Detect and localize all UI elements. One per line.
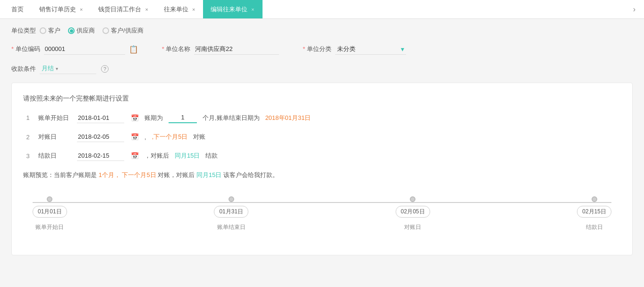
- tab-home-label: 首页: [11, 5, 24, 14]
- radio-supplier[interactable]: 供应商: [68, 26, 95, 35]
- timeline-point-2: 01月31日 账单结束日: [214, 196, 248, 231]
- period-row3-prefix: ，对账后: [144, 152, 169, 160]
- radio-customer-circle: [40, 27, 46, 34]
- unit-type-radio-group: 客户 供应商 客户/供应商: [40, 26, 144, 35]
- period-row2-prefix: ,: [144, 134, 146, 141]
- unit-type-item: 单位类型 客户 供应商 客户/供应商: [11, 26, 144, 35]
- timeline-label-2: 账单结束日: [217, 223, 246, 231]
- category-select[interactable]: 未分类 ▾: [335, 44, 406, 55]
- card-title: 请按照未来的一个完整帐期进行设置: [23, 94, 621, 103]
- period-suffix-1: 账期为: [144, 114, 163, 122]
- main-content: 单位类型 客户 供应商 客户/供应商 单位编码 📋: [0, 19, 644, 263]
- period-num-3: 3: [23, 152, 33, 160]
- code-name-row: 单位编码 📋 单位名称 单位分类 未分类 ▾: [11, 43, 633, 55]
- tab-partner-label: 往来单位: [164, 5, 188, 14]
- period-num-2: 2: [23, 134, 33, 141]
- period-date-1[interactable]: [77, 113, 124, 123]
- radio-both[interactable]: 客户/供应商: [102, 26, 144, 35]
- preview-label: 账期预览：当前客户账期是: [23, 171, 97, 178]
- tab-sales-history-close[interactable]: ×: [80, 7, 83, 12]
- timeline-point-3: 02月05日 对账日: [396, 196, 430, 231]
- preview-text: 账期预览：当前客户账期是 1个月， 下一个月5日 对账，对账后 同月15日 该客…: [23, 169, 621, 180]
- cal-icon-3[interactable]: 📅: [131, 152, 139, 160]
- timeline-point-1: 01月01日 账单开始日: [33, 196, 67, 231]
- unit-type-row: 单位类型 客户 供应商 客户/供应商: [11, 26, 633, 35]
- name-item: 单位名称: [162, 43, 280, 55]
- timeline-label-4: 结款日: [586, 223, 603, 231]
- timeline-dot-2: [229, 196, 234, 202]
- period-field-label-2: 对账日: [38, 133, 71, 141]
- category-item: 单位分类 未分类 ▾: [303, 44, 406, 55]
- tab-edit-partner[interactable]: 编辑往来单位 ×: [203, 0, 262, 18]
- period-row3-suffix: 结款: [205, 152, 218, 160]
- preview-p3: 同月15日: [196, 171, 221, 178]
- radio-supplier-label: 供应商: [76, 26, 95, 35]
- preview-mid: 对账，对账后: [158, 171, 195, 178]
- payment-label: 收款条件: [11, 65, 36, 73]
- period-months-input[interactable]: [169, 112, 197, 123]
- name-label: 单位名称: [162, 45, 191, 53]
- payment-select[interactable]: 月结 ▾: [40, 63, 96, 74]
- radio-both-circle: [102, 27, 109, 34]
- payment-value: 月结: [42, 64, 54, 73]
- timeline-container: 01月01日 账单开始日 01月31日 账单结束日 02月05日 对账日: [23, 192, 621, 245]
- radio-customer-label: 客户: [48, 26, 60, 35]
- category-label: 单位分类: [303, 45, 331, 53]
- preview-end: 该客户会给我打款。: [223, 171, 279, 178]
- timeline-point-4: 02月15日 结款日: [577, 196, 611, 231]
- tab-sales-history-label: 销售订单历史: [39, 5, 76, 14]
- period-row2-suffix: 对账: [193, 133, 205, 141]
- tab-edit-partner-label: 编辑往来单位: [211, 5, 247, 14]
- timeline-dot-3: [410, 196, 415, 202]
- timeline-dot-4: [592, 196, 597, 202]
- category-dropdown-arrow[interactable]: ▾: [401, 45, 404, 53]
- tab-bar: 首页 销售订单历史 × 钱货日清工作台 × 往来单位 × 编辑往来单位 × ›: [0, 0, 644, 19]
- cal-icon-1[interactable]: 📅: [131, 114, 139, 122]
- radio-both-label: 客户/供应商: [111, 26, 144, 35]
- period-row-1: 1 账单开始日 📅 账期为 个月,账单结束日期为 2018年01月31日: [23, 112, 621, 123]
- tab-partner-close[interactable]: ×: [192, 7, 195, 12]
- unit-type-label: 单位类型: [11, 26, 36, 35]
- code-input[interactable]: [44, 43, 125, 55]
- preview-p2: 下一个月5日: [122, 171, 156, 178]
- code-item: 单位编码 📋: [11, 43, 138, 55]
- copy-icon[interactable]: 📋: [129, 45, 138, 54]
- tab-edit-partner-close[interactable]: ×: [251, 7, 254, 12]
- code-label: 单位编码: [11, 45, 40, 53]
- tab-scroll-arrow[interactable]: ›: [628, 0, 640, 18]
- period-date-2[interactable]: [77, 132, 124, 142]
- period-row-3: 3 结款日 📅 ，对账后 同月15日 结款: [23, 151, 621, 161]
- timeline-badge-3: 02月05日: [396, 206, 430, 218]
- name-input[interactable]: [194, 43, 279, 55]
- period-row2-highlight: ,下一个月5日: [152, 133, 188, 141]
- tab-sales-history[interactable]: 销售订单历史 ×: [32, 0, 91, 18]
- timeline-dot-1: [47, 196, 52, 202]
- preview-p1: 1个月，: [99, 171, 120, 178]
- cal-icon-2[interactable]: 📅: [131, 133, 139, 141]
- period-row-2: 2 对账日 📅 , ,下一个月5日 对账: [23, 132, 621, 142]
- tab-cash-work[interactable]: 钱货日清工作台 ×: [91, 0, 156, 18]
- timeline-points: 01月01日 账单开始日 01月31日 账单结束日 02月05日 对账日: [33, 196, 611, 231]
- payment-item: 收款条件 月结 ▾ ?: [11, 63, 109, 74]
- period-field-label-3: 结款日: [38, 152, 71, 160]
- timeline-label-1: 账单开始日: [35, 223, 64, 231]
- payment-chevron: ▾: [56, 66, 58, 71]
- tab-partner[interactable]: 往来单位 ×: [156, 0, 203, 18]
- timeline-label-3: 对账日: [404, 223, 421, 231]
- period-card: 请按照未来的一个完整帐期进行设置 1 账单开始日 📅 账期为 个月,账单结束日期…: [11, 83, 633, 255]
- timeline-badge-1: 01月01日: [33, 206, 67, 218]
- period-date-3[interactable]: [77, 151, 124, 161]
- timeline-badge-4: 02月15日: [577, 206, 611, 218]
- period-end-date: 2018年01月31日: [265, 114, 311, 122]
- period-row3-highlight: 同月15日: [175, 152, 200, 160]
- help-icon[interactable]: ?: [101, 65, 109, 73]
- period-num-1: 1: [23, 114, 33, 121]
- radio-customer[interactable]: 客户: [40, 26, 60, 35]
- radio-supplier-circle: [68, 27, 75, 34]
- tab-cash-work-close[interactable]: ×: [145, 7, 148, 12]
- tab-home[interactable]: 首页: [4, 0, 32, 18]
- period-field-label-1: 账单开始日: [38, 114, 71, 122]
- period-months-suffix: 个月,账单结束日期为: [203, 114, 260, 122]
- tab-cash-work-label: 钱货日清工作台: [98, 5, 141, 14]
- category-value: 未分类: [337, 45, 356, 53]
